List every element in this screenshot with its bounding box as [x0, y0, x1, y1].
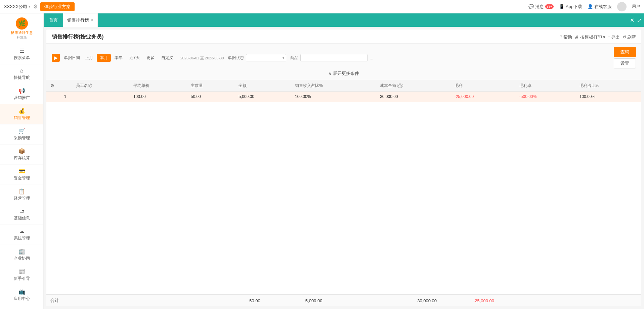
page-title: 销售排行榜(按业务员)	[52, 34, 104, 41]
cell-quantity: 50.00	[187, 92, 234, 102]
message-badge: 99+	[545, 4, 554, 9]
filter-settings-button[interactable]: 设置	[614, 58, 636, 68]
app-download-button[interactable]: 📱 App下载	[559, 4, 582, 10]
enterprise-icon: 🏢	[18, 248, 25, 255]
help-icon: ?	[560, 35, 562, 40]
footer-gross: -25,000.00	[469, 298, 525, 303]
sidebar-item-quick-nav[interactable]: ⌂ 快捷导航	[0, 64, 43, 84]
sidebar-item-label: 新手引导	[14, 276, 30, 281]
tab-close-icon[interactable]: ×	[91, 18, 93, 22]
settings-icon[interactable]: ⚙	[33, 3, 38, 10]
status-filter: 单据状态	[228, 54, 286, 61]
tab-home[interactable]: 首页	[44, 13, 63, 27]
date-filter-label: 单据日期	[64, 55, 80, 61]
more-filter-dots[interactable]: ...	[370, 55, 373, 60]
sidebar-item-app-center[interactable]: 📺 应用中心	[0, 285, 43, 305]
print-button[interactable]: 🖨 按模板打印 ▾	[575, 34, 605, 40]
company-arrow-icon: ▾	[29, 5, 30, 8]
sidebar-item-sales[interactable]: 💰 销售管理	[0, 104, 43, 124]
cost-info-icon[interactable]: ⓘ	[397, 84, 403, 88]
expand-down-icon: ∨	[329, 71, 332, 76]
purchase-icon: 🛒	[18, 128, 25, 134]
sidebar-item-finance[interactable]: 💳 资金管理	[0, 165, 43, 185]
tab-bar-right: ✕ ⤢	[627, 13, 644, 27]
sidebar-item-basic[interactable]: 🗂 基础信息	[0, 205, 43, 225]
footer-name	[133, 298, 189, 303]
table-body: 1 100.00 50.00 5,000.00 100.00% 30,000.0…	[46, 92, 641, 102]
avatar[interactable]	[617, 2, 627, 11]
status-filter-label: 单据状态	[228, 55, 244, 61]
cell-settings	[46, 92, 58, 102]
goods-input[interactable]	[300, 54, 368, 61]
sidebar-item-label: 销售管理	[14, 115, 30, 121]
content-area: 首页 销售排行榜 × ✕ ⤢ 销售排行榜(按业务员) ? 帮助	[44, 13, 644, 309]
sidebar-item-system[interactable]: ☁ 系统管理	[0, 225, 43, 245]
tab-maximize-icon[interactable]: ⤢	[637, 17, 641, 23]
sidebar-item-purchase[interactable]: 🛒 采购管理	[0, 124, 43, 145]
tab-home-label: 首页	[49, 17, 58, 23]
sidebar-item-operation[interactable]: 📋 经营管理	[0, 185, 43, 205]
app-icon: 📱	[559, 4, 564, 9]
footer-quantity: 50.00	[245, 298, 301, 303]
sidebar-item-label: 系统管理	[14, 236, 30, 241]
tab-close-window-icon[interactable]: ✕	[630, 17, 634, 23]
sidebar-item-inventory[interactable]: 📦 库存核算	[0, 145, 43, 165]
cell-rank: 1	[58, 92, 72, 102]
sidebar-item-marketing[interactable]: 📢 营销推广	[0, 84, 43, 104]
date-filter: 单据日期 上月 本月 本年 近7天 更多 自定义	[64, 54, 176, 62]
date-tab-current-year[interactable]: 本年	[112, 54, 126, 62]
refresh-button[interactable]: ↺ 刷新	[622, 34, 636, 40]
tab-sales-rank[interactable]: 销售排行榜 ×	[63, 13, 98, 27]
sidebar-item-wechat[interactable]: 💬 企业微信	[0, 305, 43, 309]
online-service-label: 在线客服	[594, 4, 612, 10]
cell-name	[72, 92, 129, 102]
date-tab-prev-month[interactable]: 上月	[82, 54, 96, 62]
cell-gross-rate: -500.00%	[515, 92, 575, 102]
online-service-button[interactable]: 👤 在线客服	[588, 4, 612, 10]
col-amount: 全额	[234, 80, 291, 92]
expand-arrow-button[interactable]: ▶	[52, 54, 60, 62]
cell-gross: -25,000.00	[450, 92, 515, 102]
sidebar-item-label: 快捷导航	[14, 75, 30, 81]
footer-cost: 30,000.00	[413, 298, 469, 303]
logo-text: 畅康通好生意	[11, 30, 33, 35]
message-button[interactable]: 💬 消息 99+	[528, 4, 554, 10]
cell-cost: 30,000.00	[376, 92, 450, 102]
quick-nav-icon: ⌂	[20, 68, 24, 74]
basic-icon: 🗂	[19, 208, 25, 214]
sidebar-item-guide[interactable]: 📰 新手引导	[0, 265, 43, 285]
export-button[interactable]: ↑ 导出	[608, 34, 620, 40]
footer-gross-rate	[525, 298, 582, 303]
col-rank	[58, 80, 72, 92]
col-gross: 毛利	[450, 80, 515, 92]
date-tab-7days[interactable]: 近7天	[126, 54, 143, 62]
sidebar-item-label: 企业协同	[14, 256, 30, 261]
trial-button[interactable]: 体验行业方案	[40, 2, 75, 11]
date-tab-custom[interactable]: 自定义	[158, 54, 176, 62]
sidebar-item-enterprise[interactable]: 🏢 企业协同	[0, 245, 43, 265]
company-selector[interactable]: XXXXX公司 ▾	[4, 4, 30, 10]
expand-more-row: ∨ 展开更多条件	[52, 70, 636, 76]
help-button[interactable]: ? 帮助	[560, 34, 572, 40]
date-tab-current-month[interactable]: 本月	[97, 54, 111, 62]
table-row: 1 100.00 50.00 5,000.00 100.00% 30,000.0…	[46, 92, 641, 102]
logo-sub: 标准版	[17, 35, 27, 40]
refresh-label: 刷新	[627, 34, 636, 40]
cell-sales-ratio: 100.00%	[291, 92, 376, 102]
logo-icon: 🌿	[16, 17, 28, 30]
date-tab-more[interactable]: 更多	[143, 54, 158, 62]
top-bar: XXXXX公司 ▾ ⚙ 体验行业方案 💬 消息 99+ 📱 App下载 👤 在线…	[0, 0, 644, 13]
sidebar-item-search-order[interactable]: ☰ 搜索菜单	[0, 44, 43, 64]
col-settings-icon[interactable]: ⚙	[50, 83, 54, 88]
refresh-icon: ↺	[622, 35, 626, 40]
status-select[interactable]	[246, 54, 286, 61]
tab-bar: 首页 销售排行榜 × ✕ ⤢	[44, 13, 644, 27]
query-button[interactable]: 查询	[614, 47, 636, 57]
sidebar-item-label: 采购管理	[14, 135, 30, 141]
app-download-label: App下载	[566, 4, 582, 10]
footer-avg-price	[189, 298, 245, 303]
inventory-icon: 📦	[18, 148, 25, 154]
help-label: 帮助	[563, 34, 572, 40]
expand-more-button[interactable]: ∨ 展开更多条件	[329, 70, 359, 76]
marketing-icon: 📢	[18, 88, 25, 94]
